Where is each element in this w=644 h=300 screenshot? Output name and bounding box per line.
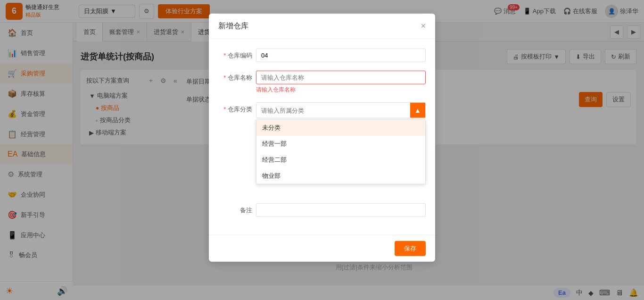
warehouse-category-control: ▲ 未分类 经营一部 经营二部 物业部 (256, 102, 426, 118)
dropdown-item-3[interactable]: 物业部 (256, 168, 425, 184)
warehouse-name-input[interactable] (256, 71, 426, 84)
notes-input[interactable] (256, 203, 426, 217)
modal-title: 新增仓库 (218, 21, 248, 31)
warehouse-name-control: 请输入仓库名称 (256, 71, 426, 94)
category-dropdown-list: 未分类 经营一部 经营二部 物业部 (256, 119, 426, 184)
notes-row: 备注 (218, 203, 426, 217)
warehouse-name-row: * 仓库名称 请输入仓库名称 (218, 71, 426, 94)
dropdown-item-2[interactable]: 经营二部 (256, 152, 425, 168)
required-star-3: * (223, 106, 226, 113)
modal-body: * 仓库编码 * 仓库名称 请输入仓库名称 * 仓库分类 (209, 39, 435, 235)
notes-label: 备注 (218, 203, 256, 215)
warehouse-code-control (256, 49, 426, 62)
warehouse-code-label: * 仓库编码 (218, 49, 256, 60)
warehouse-code-row: * 仓库编码 (218, 49, 426, 62)
dropdown-item-0[interactable]: 未分类 (256, 120, 425, 136)
warehouse-category-row: * 仓库分类 ▲ 未分类 经营一部 经营二部 物业部 (218, 102, 426, 118)
warehouse-code-input[interactable] (256, 49, 426, 62)
required-star-2: * (223, 74, 226, 81)
modal-save-button[interactable]: 保存 (395, 241, 426, 256)
required-star-1: * (223, 52, 226, 59)
warehouse-name-label: * 仓库名称 (218, 71, 256, 82)
new-warehouse-modal: 新增仓库 × * 仓库编码 * 仓库名称 请输入仓库名称 (209, 14, 435, 262)
warehouse-category-input-wrap: ▲ (256, 102, 426, 118)
warehouse-category-input[interactable] (256, 104, 410, 117)
modal-close-button[interactable]: × (421, 21, 426, 31)
modal-footer: 保存 (209, 235, 435, 262)
warehouse-name-error: 请输入仓库名称 (256, 86, 426, 94)
modal-header: 新增仓库 × (209, 14, 435, 39)
dropdown-item-1[interactable]: 经营一部 (256, 136, 425, 152)
notes-control (256, 203, 426, 217)
category-dropdown-button[interactable]: ▲ (410, 103, 425, 118)
warehouse-category-label: * 仓库分类 (218, 102, 256, 114)
